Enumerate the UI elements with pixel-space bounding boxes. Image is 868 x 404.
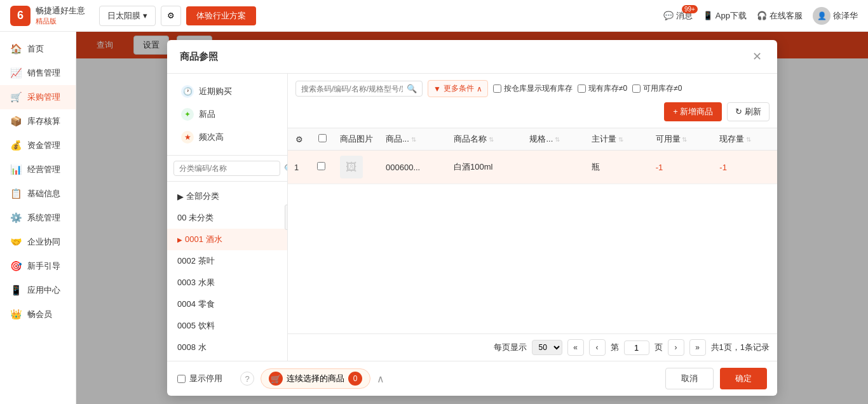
- row-index: 1: [288, 151, 311, 184]
- per-page-select[interactable]: 50: [532, 340, 562, 355]
- th-stock[interactable]: 现存量: [713, 128, 777, 151]
- available-stock-checkbox-label[interactable]: 可用库存≠0: [632, 83, 682, 94]
- product-search-input[interactable]: [301, 84, 403, 93]
- th-code[interactable]: 商品...: [379, 128, 447, 151]
- sidebar-item-operations[interactable]: 📊 经营管理: [0, 158, 76, 182]
- row-select-checkbox[interactable]: [317, 162, 325, 170]
- sidebar-item-enterprise[interactable]: 🤝 企业协同: [0, 230, 76, 254]
- warehouse-stock-checkbox-label[interactable]: 按仓库显示现有库存: [493, 83, 573, 94]
- sidebar-item-apps[interactable]: 📱 应用中心: [0, 278, 76, 302]
- product-table: ⚙ 商品图片 商品... 商品名称 规格... 主计量: [288, 128, 777, 184]
- available-stock-checkbox[interactable]: [632, 84, 641, 93]
- logo-icon: 6: [10, 6, 31, 26]
- display-stopped-label[interactable]: 显示停用: [177, 373, 222, 384]
- cat-item-all[interactable]: ▶ 全部分类: [167, 185, 287, 207]
- main-area: 查询 设置 刷新 商品参照 ✕ 🕐: [76, 32, 868, 404]
- row-checkbox[interactable]: [311, 151, 334, 184]
- purchase-icon: 🛒: [10, 91, 22, 103]
- page-number-input[interactable]: [624, 340, 649, 355]
- cat-item-beverage[interactable]: 0005 饮料: [167, 315, 287, 337]
- nav-dropdown[interactable]: 日太阳膜 ▾: [99, 6, 156, 26]
- product-reference-modal: 商品参照 ✕ 🕐 近期购买 ✦ 新品: [167, 40, 777, 396]
- sidebar-item-home[interactable]: 🏠 首页: [0, 37, 76, 61]
- sidebar-item-finance[interactable]: 💰 资金管理: [0, 133, 76, 158]
- panel-collapse-button[interactable]: 《: [285, 205, 288, 230]
- sidebar-item-member[interactable]: 👑 畅会员: [0, 302, 76, 327]
- settings-icon[interactable]: ⚙: [161, 6, 181, 26]
- header-nav: 日太阳膜 ▾ ⚙ 体验行业方案: [99, 6, 663, 26]
- category-search-input[interactable]: [173, 161, 280, 176]
- filter-more-btn[interactable]: ▼ 更多条件 ∧: [428, 80, 488, 97]
- select-all-checkbox[interactable]: [318, 134, 327, 142]
- trial-btn[interactable]: 体验行业方案: [186, 6, 256, 25]
- product-image-placeholder: 🖼: [340, 156, 363, 178]
- current-stock-checkbox[interactable]: [578, 84, 586, 93]
- cat-item-tea[interactable]: 0002 茶叶: [167, 250, 287, 272]
- toolbar-right: + 新增商品 ↻ 刷新: [664, 102, 770, 121]
- quick-recent[interactable]: 🕐 近期购买: [173, 80, 281, 103]
- category-search-icon[interactable]: 🔍: [284, 164, 288, 173]
- quick-access-section: 🕐 近期购买 ✦ 新品 ★ 频次高: [167, 74, 287, 156]
- collapse-arrow-icon[interactable]: ∧: [377, 373, 384, 385]
- sidebar-item-inventory[interactable]: 📦 库存核算: [0, 109, 76, 133]
- cart-count: 0: [348, 372, 362, 386]
- cancel-btn[interactable]: 取消: [665, 368, 714, 389]
- table-header-row: ⚙ 商品图片 商品... 商品名称 规格... 主计量: [288, 128, 777, 151]
- warehouse-stock-checkbox[interactable]: [493, 84, 501, 93]
- cat-item-appliance[interactable]: 0010 家电: [167, 358, 287, 361]
- confirm-btn[interactable]: 确定: [720, 368, 767, 389]
- sidebar-item-sales[interactable]: 📈 销售管理: [0, 61, 76, 85]
- chevron-down-icon: ▾: [143, 11, 147, 20]
- apps-icon: 📱: [10, 285, 22, 296]
- last-page-btn[interactable]: »: [689, 339, 706, 356]
- quick-new[interactable]: ✦ 新品: [173, 103, 281, 126]
- quick-frequent[interactable]: ★ 频次高: [173, 126, 281, 149]
- enterprise-icon: 🤝: [10, 236, 22, 248]
- cat-item-uncategorized[interactable]: 00 未分类: [167, 207, 287, 229]
- inventory-icon: 📦: [10, 116, 22, 127]
- sidebar: 🏠 首页 📈 销售管理 🛒 采购管理 📦 库存核算 💰 资金管理 📊 经营管理 …: [0, 32, 76, 404]
- modal-close-button[interactable]: ✕: [749, 49, 764, 64]
- user-item[interactable]: 👤 徐泽华: [813, 7, 858, 25]
- right-panel: 🔍 ▼ 更多条件 ∧ 按仓库显示现有库存: [288, 74, 777, 361]
- th-unit[interactable]: 主计量: [585, 128, 649, 151]
- sidebar-item-system[interactable]: ⚙️ 系统管理: [0, 206, 76, 230]
- th-spec[interactable]: 规格...: [523, 128, 585, 151]
- cat-item-water[interactable]: 0008 水: [167, 337, 287, 358]
- sidebar-item-basics[interactable]: 📋 基础信息: [0, 182, 76, 206]
- next-page-btn[interactable]: ›: [668, 339, 684, 356]
- table-row[interactable]: 1 🖼 000600... 白酒100ml: [288, 151, 777, 184]
- category-search-row: 🔍: [167, 156, 287, 182]
- guide-icon: 🎯: [10, 260, 22, 272]
- current-stock-checkbox-label[interactable]: 现有库存≠0: [578, 83, 627, 94]
- prev-page-btn[interactable]: ‹: [589, 339, 606, 356]
- cat-expand-icon: ▶: [177, 192, 184, 201]
- cat-item-snack[interactable]: 0004 零食: [167, 293, 287, 315]
- th-name[interactable]: 商品名称: [447, 128, 523, 151]
- refresh-btn[interactable]: ↻ 刷新: [727, 102, 770, 121]
- display-stopped-checkbox[interactable]: [177, 375, 186, 383]
- app-download-item[interactable]: 📱 App下载: [703, 10, 747, 22]
- search-icon[interactable]: 🔍: [407, 84, 417, 93]
- sidebar-item-guide[interactable]: 🎯 新手引导: [0, 254, 76, 278]
- cat-item-liquor[interactable]: ▶ 0001 酒水: [167, 229, 287, 250]
- headset-icon: 🎧: [757, 11, 767, 20]
- sales-icon: 📈: [10, 67, 22, 79]
- row-stock: -1: [713, 151, 777, 184]
- th-available[interactable]: 可用量: [649, 128, 714, 151]
- message-item[interactable]: 💬 消息 99+: [663, 10, 693, 22]
- frequent-icon: ★: [181, 131, 194, 144]
- add-product-btn[interactable]: + 新增商品: [664, 102, 722, 121]
- left-panel: 🕐 近期购买 ✦ 新品 ★ 频次高: [167, 74, 288, 361]
- message-icon: 💬: [663, 11, 674, 20]
- row-name: 白酒100ml: [447, 151, 523, 184]
- online-service-item[interactable]: 🎧 在线客服: [757, 10, 803, 22]
- cat-item-fruit[interactable]: 0003 水果: [167, 272, 287, 293]
- cart-badge[interactable]: 🛒 连续选择的商品 0: [261, 368, 370, 389]
- help-icon[interactable]: ?: [240, 372, 254, 386]
- th-settings[interactable]: ⚙: [288, 128, 311, 151]
- first-page-btn[interactable]: «: [567, 339, 584, 356]
- th-checkbox[interactable]: [311, 128, 334, 151]
- home-icon: 🏠: [10, 43, 22, 55]
- sidebar-item-purchase[interactable]: 🛒 采购管理: [0, 85, 76, 109]
